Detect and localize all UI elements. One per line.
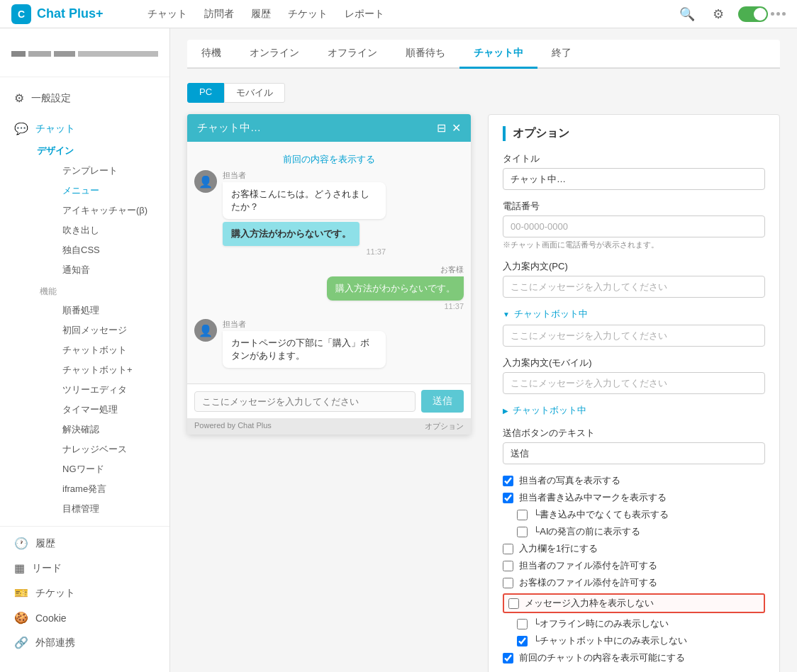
sidebar-item-general[interactable]: ⚙ 一般設定 (0, 86, 169, 111)
chatbot-input-pc[interactable] (503, 325, 765, 347)
checkbox-5[interactable] (503, 561, 513, 571)
checkbox-10[interactable] (503, 653, 513, 663)
sidebar-sub-goal[interactable]: 目標管理 (51, 499, 169, 519)
gear-icon: ⚙ (14, 91, 24, 105)
sidebar-sub-template[interactable]: テンプレート (51, 161, 169, 181)
sidebar-sub-queue[interactable]: 順番処理 (51, 301, 169, 320)
sidebar-sub-knowledge[interactable]: ナレッジベース (51, 439, 169, 459)
sidebar-item-lead[interactable]: ▦ リード (0, 556, 169, 581)
status-toggle[interactable] (738, 6, 786, 22)
title-input[interactable] (503, 168, 765, 190)
form-input-pc: 入力案内文(PC) (503, 260, 765, 298)
chat-send-button[interactable]: 送信 (421, 390, 464, 413)
checkbox-item-0[interactable]: 担当者の写真を表示する (503, 474, 765, 487)
checkbox-8[interactable] (517, 619, 528, 629)
phone-input[interactable] (503, 215, 765, 237)
input-pc-label: 入力案内文(PC) (503, 260, 765, 273)
sidebar-item-cookie[interactable]: 🍪 Cookie (0, 605, 169, 630)
nav-visitor[interactable]: 訪問者 (204, 5, 234, 23)
checkbox-item-3[interactable]: └AIの発言の前に表示する (503, 525, 765, 538)
chatbot-mobile-toggle-btn[interactable]: チャットボット中 (503, 404, 765, 417)
sidebar-sub-iframe[interactable]: iframe発言 (51, 479, 169, 499)
sidebar-sub-ngword[interactable]: NGワード (51, 459, 169, 479)
sidebar-item-chat[interactable]: 💬 チャット (0, 116, 169, 141)
sidebar-sub-firstmsg[interactable]: 初回メッセージ (51, 320, 169, 340)
chat-preview-header: チャット中… ⊟ ✕ (187, 114, 471, 142)
show-prev-btn[interactable]: 前回の内容を表示する (194, 149, 464, 170)
checkbox-item-10[interactable]: 前回のチャットの内容を表示可能にする (503, 651, 765, 664)
send-btn-input[interactable] (503, 442, 765, 464)
checkbox-item-2[interactable]: └書き込み中でなくても表示する (503, 508, 765, 521)
checkbox-9[interactable] (517, 636, 528, 646)
sidebar-sub-icatcher[interactable]: アイキャッチャー(β) (51, 201, 169, 220)
sidebar-item-external[interactable]: 🔗 外部連携 (0, 630, 169, 655)
sidebar-item-ticket[interactable]: 🎫 チケット (0, 581, 169, 605)
footer-options[interactable]: オプション (425, 421, 464, 432)
search-icon[interactable]: 🔍 (676, 3, 698, 26)
checkbox-item-7[interactable]: メッセージ入力枠を表示しない (503, 593, 765, 613)
tab-offline[interactable]: オフライン (313, 40, 391, 69)
toggle-track[interactable] (738, 6, 768, 22)
checkbox-item-6[interactable]: お客様のファイル添付を許可する (503, 576, 765, 589)
form-phone: 電話番号 ※チャット画面に電話番号が表示されます。 (503, 200, 765, 250)
checkbox-label-8: └オフライン時にのみ表示しない (533, 617, 669, 630)
input-mobile-field[interactable] (503, 372, 765, 394)
checkbox-label-3: └AIの発言の前に表示する (533, 525, 641, 538)
checkbox-4[interactable] (503, 544, 513, 554)
sidebar-sub-chatbot[interactable]: チャットボット (51, 340, 169, 360)
sidebar-chat-sub: デザイン テンプレート メニュー アイキャッチャー(β) 吹き出し 独自CSS … (0, 141, 169, 519)
sidebar-sub-timer[interactable]: タイマー処理 (51, 400, 169, 420)
checkbox-3[interactable] (517, 527, 528, 537)
checkbox-label-9: └チャットボット中にのみ表示しない (533, 634, 687, 647)
tab-chatting[interactable]: チャット中 (459, 40, 537, 69)
cookie-icon: 🍪 (14, 611, 28, 625)
checkbox-7[interactable] (508, 598, 519, 609)
minimize-icon[interactable]: ⊟ (437, 121, 446, 135)
checkbox-item-5[interactable]: 担当者のファイル添付を許可する (503, 559, 765, 572)
close-icon[interactable]: ✕ (452, 121, 461, 135)
chat-footer: Powered by Chat Plus オプション (187, 418, 471, 435)
nav-chat[interactable]: チャット (147, 5, 187, 23)
chatbot-toggle-btn[interactable]: チャットボット中 (503, 308, 765, 320)
agent-avatar-2: 👤 (194, 319, 217, 342)
tab-online[interactable]: オンライン (235, 40, 313, 69)
sidebar-sub-resolve[interactable]: 解決確認 (51, 420, 169, 439)
sidebar-lead-label: リード (32, 562, 62, 575)
nav-report[interactable]: レポート (345, 5, 384, 23)
sidebar-sub-notification[interactable]: 通知音 (51, 260, 169, 280)
sidebar-item-history[interactable]: 🕐 履歴 (0, 531, 169, 556)
input-pc-field[interactable] (503, 276, 765, 298)
gear-icon[interactable]: ⚙ (707, 3, 730, 26)
sidebar-sub-chatbotplus[interactable]: チャットボット+ (51, 360, 169, 380)
toggle-thumb (754, 8, 767, 21)
logo-icon: C (11, 4, 31, 24)
checkbox-6[interactable] (503, 578, 513, 588)
sidebar-sub-menu[interactable]: メニュー (51, 181, 169, 201)
view-btn-pc[interactable]: PC (187, 83, 224, 103)
view-btn-mobile[interactable]: モバイル (224, 83, 285, 103)
sidebar-sub-treeeditor[interactable]: ツリーエディタ (51, 380, 169, 400)
msg-row-3: 👤 担当者 カートページの下部に「購入」ボタンがあります。 (194, 319, 464, 368)
nav-ticket[interactable]: チケット (288, 5, 328, 23)
tab-end[interactable]: 終了 (537, 40, 586, 69)
sidebar-sub-design[interactable]: デザイン (26, 141, 169, 161)
msg-time-2: 11:37 (327, 302, 464, 310)
checkbox-item-9[interactable]: └チャットボット中にのみ表示しない (503, 634, 765, 647)
tab-queue[interactable]: 順番待ち (391, 40, 459, 69)
checkbox-2[interactable] (517, 510, 528, 520)
tab-waiting[interactable]: 待機 (187, 40, 235, 69)
content-area: チャット中… ⊟ ✕ 前回の内容を表示する 👤 担当者 お客様こんにちは。どうさ… (187, 114, 780, 672)
chat-input-field[interactable] (194, 391, 416, 412)
msg-role-3: 担当者 (223, 319, 386, 330)
chat-header-icons: ⊟ ✕ (437, 121, 461, 135)
sidebar-sub-css[interactable]: 独自CSS (51, 240, 169, 260)
sidebar-sub-balloon[interactable]: 吹き出し (51, 220, 169, 240)
checkbox-0[interactable] (503, 476, 513, 486)
checkbox-1[interactable] (503, 493, 513, 503)
checkbox-item-4[interactable]: 入力欄を1行にする (503, 542, 765, 555)
checkbox-item-8[interactable]: └オフライン時にのみ表示しない (503, 617, 765, 630)
checkbox-item-1[interactable]: 担当者書き込み中マークを表示する (503, 491, 765, 504)
header-nav: チャット 訪問者 履歴 チケット レポート (147, 5, 676, 23)
nav-history[interactable]: 履歴 (251, 5, 271, 23)
msg-bubble-2: お客様 購入方法がわからないです。 11:37 (327, 264, 464, 310)
